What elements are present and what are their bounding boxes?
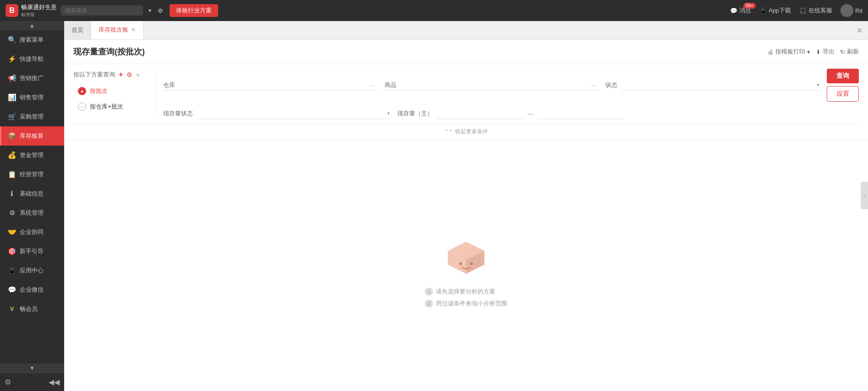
filter-scheme-panel: 按以下方案查询 + ⚙ « ● 按批次 ○ 按仓库+批次 — [73, 69, 156, 114]
sidebar-scroll-up[interactable]: ▲ — [0, 21, 64, 30]
app-download-item[interactable]: 📱 App下载 — [759, 6, 791, 15]
product-input[interactable] — [400, 80, 589, 90]
warehouse-input[interactable] — [179, 80, 368, 90]
settings-button[interactable]: 设置 — [827, 86, 859, 102]
inventory-qty-range: — — [437, 108, 624, 119]
sidebar-item-label: 库存核算 — [20, 132, 44, 140]
warehouse-field: 仓库 ··· — [163, 80, 377, 91]
sidebar-item-wechat[interactable]: 💬 企业微信 — [0, 280, 64, 299]
collapse-scheme-icon[interactable]: « — [136, 71, 140, 78]
page-content: 现存量查询(按批次) 🖨 按模板打印 ▾ ⬇ 导出 ↻ 刷新 — [64, 40, 868, 391]
empty-tips: 1 请先选择要分析的方案 2 用过滤条件来缩小分析范围 — [425, 288, 507, 308]
topbar-right: 💬 消息 99+ 📱 App下载 🎧 在线客服 Rit — [730, 4, 863, 17]
user-name: Rit — [855, 7, 863, 14]
sidebar-item-quick-nav[interactable]: ⚡ 快捷导航 — [0, 49, 64, 69]
scheme-title: 按以下方案查询 — [73, 71, 115, 79]
tab-close-button[interactable]: ✕ — [131, 27, 136, 33]
status-select[interactable] — [621, 80, 817, 90]
product-label: 商品 — [385, 81, 396, 89]
sidebar-scroll-down[interactable]: ▼ — [0, 364, 64, 373]
print-dropdown-icon[interactable]: ▾ — [807, 49, 810, 55]
trial-button[interactable]: 体验行业方案 — [170, 4, 218, 17]
sidebar-settings-icon[interactable]: ⚙ — [5, 378, 11, 386]
sidebar-item-sales[interactable]: 📊 销售管理 — [0, 88, 64, 107]
message-item[interactable]: 💬 消息 99+ — [730, 6, 751, 15]
tip-num-2: 2 — [425, 299, 433, 308]
status-select-wrapper: ▾ — [621, 80, 819, 91]
topbar-left: B 畅康通好生意 标准版 ▾ ⚙ 体验行业方案 — [5, 3, 218, 18]
sidebar-item-label: 营销推广 — [20, 74, 44, 82]
message-icon: 💬 — [730, 7, 737, 14]
product-more-icon[interactable]: ··· — [589, 81, 599, 89]
sidebar-item-operations[interactable]: 📋 经营管理 — [0, 165, 64, 184]
empty-box-svg — [439, 223, 494, 278]
sidebar-item-member[interactable]: V 畅会员 — [0, 299, 64, 319]
inventory-status-select-wrapper: 全部 有库存 无库存 ▾ — [197, 108, 390, 119]
page-title: 现存量查询(按批次) — [73, 46, 145, 57]
sidebar-item-finance[interactable]: 💰 资金管理 — [0, 146, 64, 165]
newbie-icon: 🎯 — [8, 247, 16, 255]
sidebar-item-purchase[interactable]: 🛒 采购管理 — [0, 107, 64, 126]
avatar — [841, 4, 853, 17]
sidebar-item-app-center[interactable]: 📱 应用中心 — [0, 261, 64, 280]
collapse-more-conditions-button[interactable]: ⌃⌃ 收起更多条件 — [73, 124, 859, 139]
inventory-icon: 📦 — [8, 132, 16, 140]
sidebar-item-label: 快捷导航 — [20, 55, 44, 63]
side-panel-toggle[interactable]: ‹ — [861, 182, 868, 209]
status-label: 状态 — [605, 81, 617, 89]
dropdown-icon[interactable]: ▾ — [148, 7, 151, 14]
sidebar-item-system[interactable]: ⚙ 系统管理 — [0, 203, 64, 223]
sidebar-item-inventory[interactable]: 📦 库存核算 — [0, 126, 64, 146]
add-scheme-button[interactable]: + — [119, 71, 123, 79]
search-input[interactable] — [60, 5, 143, 16]
online-service-item[interactable]: 🎧 在线客服 — [799, 6, 832, 15]
filter-row-1: 仓库 ··· 商品 ··· — [163, 69, 859, 108]
tab-label: 库存批次账 — [99, 26, 128, 34]
refresh-button[interactable]: ↻ 刷新 — [840, 48, 859, 56]
inventory-qty-field: 现存量（主） — — [397, 108, 624, 119]
sidebar-item-marketing[interactable]: 📢 营销推广 — [0, 69, 64, 88]
tab-bar-close-icon[interactable]: ✕ — [857, 26, 863, 35]
user-item[interactable]: Rit — [841, 4, 863, 17]
tab-home[interactable]: 首页 — [64, 22, 91, 39]
scheme-by-warehouse-batch[interactable]: ○ 按仓库+批次 — [73, 99, 148, 114]
page-header-actions: 🖨 按模板打印 ▾ ⬇ 导出 ↻ 刷新 — [768, 48, 859, 56]
sidebar-item-enterprise[interactable]: 🤝 企业协同 — [0, 223, 64, 242]
svg-point-5 — [470, 262, 473, 265]
online-service-label: 在线客服 — [808, 6, 832, 15]
scheme-outline-icon: ○ — [78, 103, 86, 111]
sidebar-item-search-menu[interactable]: 🔍 搜索菜单 — [0, 30, 64, 49]
refresh-icon: ↻ — [840, 49, 845, 55]
sidebar-item-basic-info[interactable]: ℹ 基础信息 — [0, 184, 64, 203]
logo-area: B 畅康通好生意 标准版 — [5, 3, 57, 18]
scheme-by-batch[interactable]: ● 按批次 — [73, 83, 148, 99]
sidebar-item-label: 销售管理 — [20, 93, 44, 102]
finance-icon: 💰 — [8, 151, 16, 159]
warehouse-more-icon[interactable]: ··· — [368, 81, 377, 89]
inventory-status-field: 现存量状态 全部 有库存 无库存 ▾ — [163, 108, 390, 119]
operations-icon: 📋 — [8, 170, 16, 179]
sales-icon: 📊 — [8, 93, 16, 102]
search-menu-icon: 🔍 — [8, 36, 16, 44]
empty-illustration — [439, 223, 494, 278]
inventory-status-label: 现存量状态 — [163, 109, 193, 118]
filter-panel: 按以下方案查询 + ⚙ « ● 按批次 ○ 按仓库+批次 — [64, 64, 868, 140]
inventory-qty-max[interactable] — [538, 108, 625, 119]
tab-inventory-batch[interactable]: 库存批次账 ✕ — [91, 21, 143, 39]
sidebar-collapse-icon[interactable]: ◀◀ — [49, 378, 60, 386]
settings-icon[interactable]: ⚙ — [155, 5, 166, 16]
sidebar-item-newbie[interactable]: 🎯 新手引导 — [0, 242, 64, 261]
print-icon: 🖨 — [768, 49, 774, 55]
wechat-icon: 💬 — [8, 286, 16, 294]
inventory-status-select[interactable]: 全部 有库存 无库存 — [197, 108, 387, 119]
range-dash: — — [528, 110, 534, 117]
export-button[interactable]: ⬇ 导出 — [816, 48, 835, 56]
print-template-button[interactable]: 🖨 按模板打印 ▾ — [768, 48, 810, 56]
settings-scheme-icon[interactable]: ⚙ — [126, 71, 132, 78]
query-button[interactable]: 查询 — [827, 69, 859, 83]
marketing-icon: 📢 — [8, 74, 16, 82]
inventory-qty-min[interactable] — [437, 108, 524, 119]
scheme-label: 按批次 — [90, 87, 108, 95]
logo-text: 畅康通好生意 标准版 — [21, 3, 57, 18]
empty-tip-1: 1 请先选择要分析的方案 — [425, 288, 507, 296]
